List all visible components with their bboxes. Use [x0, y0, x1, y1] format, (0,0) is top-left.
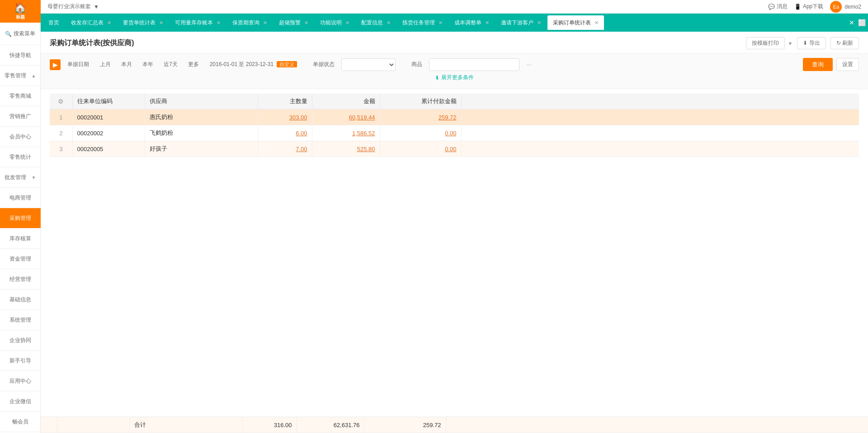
- expand-label: 展开更多条件: [441, 74, 474, 81]
- sidebar-item-label: 经营管理: [9, 276, 31, 283]
- tab-inventory-book[interactable]: 可用量库存账本 ✕: [170, 15, 226, 30]
- date-shortcut-7days[interactable]: 近7天: [160, 59, 182, 70]
- tab-config-close[interactable]: ✕: [387, 20, 391, 26]
- sidebar-item-ecommerce[interactable]: 电商管理: [0, 188, 41, 208]
- app-download-button[interactable]: 📱 App下载: [794, 3, 823, 10]
- filter-row: ▶ 单据日期 上月 本月 本年 近7天 更多 2016-01-01 至 2023…: [50, 58, 859, 71]
- user-menu[interactable]: Ea demo2: [830, 1, 861, 13]
- tab-pick-task-close[interactable]: ✕: [439, 20, 443, 26]
- print-dropdown-icon[interactable]: ▼: [788, 41, 793, 46]
- goods-filter-more-icon[interactable]: ···: [526, 61, 531, 68]
- row-code: 00020002: [72, 125, 145, 141]
- table-row[interactable]: 3 00020005 好孩子 7.00 525.80 0.00: [50, 141, 859, 157]
- close-all-icon[interactable]: ✕: [849, 19, 854, 26]
- paid-link[interactable]: 0.00: [445, 130, 456, 137]
- tab-overstock-close[interactable]: ✕: [304, 20, 308, 26]
- gear-icon[interactable]: ⚙: [58, 98, 64, 105]
- settings-button[interactable]: 设置: [836, 58, 859, 71]
- sidebar-item-marketing[interactable]: 营销推广: [0, 106, 41, 127]
- row-empty: [461, 125, 859, 141]
- maximize-icon[interactable]: ⬜: [858, 19, 866, 26]
- tab-guide-close[interactable]: ✕: [345, 20, 349, 26]
- sidebar-item-ops[interactable]: 经营管理: [0, 269, 41, 290]
- tab-cost-adjust-close[interactable]: ✕: [485, 20, 489, 26]
- sidebar-item-label: 新手引导: [9, 357, 31, 365]
- tab-guide[interactable]: 功能说明 ✕: [315, 15, 355, 30]
- row-paid: 0.00: [380, 141, 461, 157]
- tab-overstock[interactable]: 超储预警 ✕: [274, 15, 314, 30]
- tab-collect[interactable]: 收发存汇总表 ✕: [66, 15, 117, 30]
- sidebar-item-retail-stats[interactable]: 零售统计: [0, 147, 41, 167]
- tab-purchase-stats-close[interactable]: ✕: [594, 20, 599, 26]
- print-button-wrapper: 按模板打印 ▼: [746, 37, 793, 49]
- qty-link[interactable]: 7.00: [296, 146, 307, 152]
- qty-link[interactable]: 303.00: [289, 114, 307, 121]
- sidebar-item-apps[interactable]: 应用中心: [0, 371, 41, 391]
- nav-tabs: 首页 收发存汇总表 ✕ 要货单统计表 ✕ 可用量库存账本 ✕ 保质期查询 ✕ 超…: [41, 14, 868, 32]
- sidebar-item-system[interactable]: 系统管理: [0, 310, 41, 330]
- sidebar-item-retail-shop[interactable]: 零售商城: [0, 86, 41, 106]
- row-qty: 6.00: [258, 125, 312, 141]
- sidebar-item-label: 批发管理: [5, 174, 26, 181]
- sidebar-item-finance[interactable]: 资金管理: [0, 249, 41, 269]
- date-shortcut-this-month[interactable]: 本月: [117, 59, 136, 70]
- sidebar-item-label: 系统管理: [9, 316, 31, 324]
- footer-empty-cell: [41, 417, 57, 433]
- sidebar-item-label: 零售商城: [9, 92, 31, 100]
- sidebar-item-wechat[interactable]: 企业微信: [0, 391, 41, 412]
- tab-order-stats-close[interactable]: ✕: [159, 20, 163, 26]
- sidebar-item-guide[interactable]: 新手引导: [0, 351, 41, 371]
- query-button[interactable]: 查询: [803, 58, 833, 71]
- date-shortcut-more[interactable]: 更多: [184, 59, 203, 70]
- tab-order-stats[interactable]: 要货单统计表 ✕: [118, 15, 169, 30]
- sidebar-quick-nav[interactable]: 快捷导航: [0, 45, 41, 66]
- message-button[interactable]: 💬 消息: [768, 3, 788, 10]
- status-filter-select[interactable]: [341, 58, 396, 71]
- tab-config-label: 配置信息: [361, 19, 383, 27]
- tab-config[interactable]: 配置信息 ✕: [356, 15, 396, 30]
- table-row[interactable]: 2 00020002 飞鹤奶粉 6.00 1,586.52 0.00: [50, 125, 859, 141]
- footer-empty-code: [57, 417, 129, 433]
- expand-filter-button[interactable]: ⬇ 展开更多条件: [435, 74, 474, 81]
- tab-purchase-stats[interactable]: 采购订单统计表 ✕: [547, 15, 604, 30]
- amount-link[interactable]: 60,519.44: [349, 114, 375, 121]
- tab-warranty[interactable]: 保质期查询 ✕: [227, 15, 273, 30]
- paid-link[interactable]: 259.72: [439, 114, 457, 121]
- sidebar-item-purchase[interactable]: 采购管理: [0, 208, 41, 228]
- tab-warranty-label: 保质期查询: [232, 19, 259, 27]
- sidebar-item-basic[interactable]: 基础信息: [0, 290, 41, 310]
- tab-warranty-close[interactable]: ✕: [263, 20, 267, 26]
- print-button[interactable]: 按模板打印: [746, 37, 785, 49]
- filter-toggle-button[interactable]: ▶: [50, 59, 61, 70]
- paid-link[interactable]: 0.00: [445, 146, 456, 152]
- page-actions: 按模板打印 ▼ ⬇ 导出 ↻ 刷新: [746, 37, 859, 49]
- tab-invite[interactable]: 邀请下游客户 ✕: [495, 15, 547, 30]
- sidebar-item-label: 库存核算: [9, 235, 31, 243]
- tab-inventory-book-close[interactable]: ✕: [217, 20, 221, 26]
- tab-invite-close[interactable]: ✕: [537, 20, 541, 26]
- date-shortcut-this-year[interactable]: 本年: [138, 59, 157, 70]
- tab-cost-adjust[interactable]: 成本调整单 ✕: [449, 15, 495, 30]
- tab-pick-task[interactable]: 拣货任务管理 ✕: [397, 15, 448, 30]
- tab-cost-adjust-label: 成本调整单: [454, 19, 481, 27]
- sidebar-item-inventory[interactable]: 库存核算: [0, 228, 41, 249]
- table-row[interactable]: 1 00020001 惠氏奶粉 303.00 60,519.44 259.72: [50, 109, 859, 125]
- sidebar-item-vip[interactable]: 畅会员: [0, 412, 41, 432]
- sidebar-item-wholesale[interactable]: 批发管理 ▼: [0, 167, 41, 188]
- goods-filter-input[interactable]: [429, 58, 519, 71]
- qty-link[interactable]: 6.00: [296, 130, 307, 137]
- workspace-dropdown-icon[interactable]: ▼: [94, 4, 99, 10]
- sidebar-search[interactable]: 🔍 搜索菜单: [0, 23, 41, 45]
- amount-link[interactable]: 1,586.52: [352, 130, 375, 137]
- refresh-button[interactable]: ↻ 刷新: [830, 37, 859, 49]
- page-content: 采购订单统计表(按供应商) 按模板打印 ▼ ⬇ 导出 ↻ 刷新 ▶: [41, 32, 868, 433]
- tab-collect-close[interactable]: ✕: [107, 20, 111, 26]
- amount-link[interactable]: 525.80: [357, 146, 375, 152]
- tab-home[interactable]: 首页: [43, 15, 65, 30]
- sidebar-item-enterprise[interactable]: 企业协同: [0, 330, 41, 351]
- date-range-text: 2016-01-01 至 2023-12-31: [210, 61, 274, 67]
- sidebar-item-membership[interactable]: 会员中心: [0, 127, 41, 147]
- sidebar-item-retail[interactable]: 零售管理 ▲: [0, 66, 41, 86]
- export-button[interactable]: ⬇ 导出: [797, 37, 826, 49]
- date-shortcut-last-month[interactable]: 上月: [96, 59, 115, 70]
